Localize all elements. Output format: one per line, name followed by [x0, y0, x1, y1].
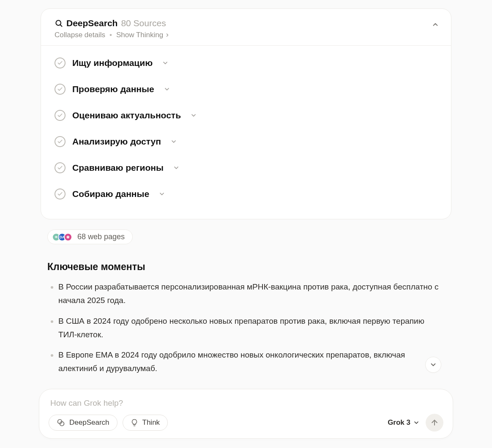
composer: DeepSearch Think Grok 3: [39, 389, 453, 439]
chevron-down-icon: [413, 419, 420, 426]
chevron-down-icon: [159, 191, 165, 197]
chevron-down-icon: [429, 361, 437, 369]
step-label: Сравниваю регионы: [72, 163, 164, 173]
search-icon: [55, 19, 63, 27]
collapse-card-button[interactable]: [429, 18, 442, 31]
send-button[interactable]: [426, 414, 443, 432]
deepsearch-card: DeepSearch 80 Sources Collapse details •…: [41, 8, 451, 219]
show-thinking-label: Show Thinking: [116, 31, 163, 39]
chevron-down-icon: [164, 86, 170, 93]
step-label: Проверяю данные: [72, 84, 154, 94]
chevron-up-icon: [432, 21, 439, 28]
deepsearch-steps: Ищу информацию Проверяю данные Оцениваю: [41, 46, 451, 219]
step-row[interactable]: Проверяю данные: [55, 76, 437, 102]
arrow-up-icon: [430, 418, 439, 427]
step-label: Ищу информацию: [72, 58, 153, 68]
deepsearch-chip-label: DeepSearch: [69, 418, 109, 427]
check-circle-icon: [55, 136, 66, 147]
deepsearch-title: DeepSearch: [66, 18, 118, 28]
prompt-input[interactable]: [49, 397, 443, 414]
svg-line-1: [60, 25, 62, 27]
think-chip[interactable]: Think: [123, 415, 168, 431]
answer-content: Ключевые моменты В России разрабатываетс…: [47, 261, 445, 376]
step-row[interactable]: Анализирую доступ: [55, 128, 437, 155]
check-circle-icon: [55, 57, 66, 68]
deepsearch-chip[interactable]: DeepSearch: [49, 415, 118, 431]
deepsearch-icon: [57, 418, 65, 427]
check-circle-icon: [55, 188, 66, 199]
web-pages-label: 68 web pages: [77, 232, 125, 241]
deepsearch-header: DeepSearch 80 Sources Collapse details •…: [41, 9, 451, 46]
chevron-right-icon: [165, 33, 170, 38]
model-selector[interactable]: Grok 3: [388, 418, 420, 427]
check-circle-icon: [55, 110, 66, 121]
favicon-stack: ✦ DA ❀: [52, 233, 72, 241]
think-chip-label: Think: [142, 418, 160, 427]
step-label: Собираю данные: [72, 189, 149, 199]
favicon-icon: ❀: [64, 233, 72, 241]
check-circle-icon: [55, 84, 66, 95]
show-thinking-link[interactable]: Show Thinking: [116, 31, 170, 39]
chevron-down-icon: [162, 60, 169, 66]
bullet-item: В России разрабатывается персонализирова…: [58, 280, 445, 308]
check-circle-icon: [55, 162, 66, 173]
chevron-down-icon: [170, 138, 177, 145]
separator-dot: •: [109, 31, 112, 39]
step-row[interactable]: Ищу информацию: [55, 50, 437, 76]
model-name: Grok 3: [388, 418, 410, 427]
step-row[interactable]: Сравниваю регионы: [55, 155, 437, 181]
web-pages-chip[interactable]: ✦ DA ❀ 68 web pages: [47, 229, 133, 244]
bullet-item: В США в 2024 году одобрено несколько нов…: [58, 314, 445, 342]
chevron-down-icon: [190, 112, 197, 119]
bullet-item: В Европе EMA в 2024 году одобрило множес…: [58, 348, 445, 376]
scroll-to-bottom-button[interactable]: [425, 357, 441, 373]
lightbulb-icon: [131, 419, 138, 426]
step-row[interactable]: Оцениваю актуальность: [55, 102, 437, 128]
deepsearch-sources[interactable]: 80 Sources: [121, 18, 166, 28]
chevron-down-icon: [173, 164, 180, 171]
step-label: Анализирую доступ: [72, 137, 161, 147]
step-label: Оцениваю актуальность: [72, 110, 181, 120]
collapse-details-link[interactable]: Collapse details: [55, 31, 105, 39]
step-row[interactable]: Собираю данные: [55, 181, 437, 207]
answer-heading: Ключевые моменты: [47, 261, 445, 273]
